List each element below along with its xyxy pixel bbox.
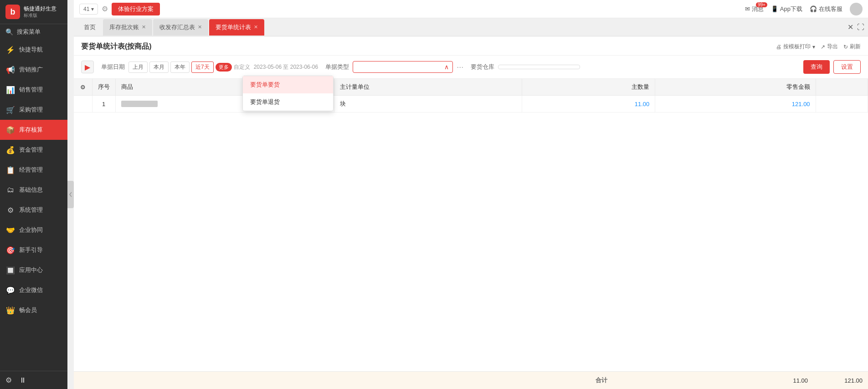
tab-inventory-batch-close[interactable]: ✕ xyxy=(142,24,146,30)
date-btn-7days[interactable]: 近7天 xyxy=(191,61,214,73)
sidebar-collapse-handle[interactable] xyxy=(67,181,74,208)
download-icon: 📱 xyxy=(771,5,778,12)
guide-icon: 🎯 xyxy=(5,245,15,255)
col-no-header: 序号 xyxy=(92,79,115,96)
dropdown-option-order-goods[interactable]: 要货单要货 xyxy=(243,76,333,93)
dropdown-option-order-return[interactable]: 要货单退货 xyxy=(243,93,333,111)
row-unit-cell: 块 xyxy=(334,96,522,113)
marketing-label: 营销推广 xyxy=(19,66,43,74)
col-settings-header[interactable]: ⚙ xyxy=(74,79,92,96)
tab-inventory-batch[interactable]: 库存批次账 ✕ xyxy=(103,19,152,36)
wechat-label: 企业微信 xyxy=(19,286,43,294)
filter-expand-button[interactable]: ▶ xyxy=(81,61,94,73)
app-center-icon: 🔲 xyxy=(5,265,15,275)
marketing-icon: 📢 xyxy=(5,65,15,75)
sidebar-item-finance[interactable]: 💰 资金管理 xyxy=(0,140,67,160)
refresh-button[interactable]: ↻ 刷新 xyxy=(843,43,861,51)
amount-link[interactable]: 121.00 xyxy=(792,101,810,107)
product-name-blurred: ████████ xyxy=(121,101,158,107)
operations-icon: 📋 xyxy=(5,165,15,175)
qty-link[interactable]: 11.00 xyxy=(635,101,650,107)
sidebar-item-member[interactable]: 👑 畅会员 xyxy=(0,300,67,320)
tab-order-stat[interactable]: 要货单统计表 ✕ xyxy=(209,19,264,36)
system-icon: ⚙ xyxy=(5,205,15,215)
search-icon: 🔍 xyxy=(5,28,13,36)
date-btn-prev-month[interactable]: 上月 xyxy=(128,61,148,73)
topbar-dropdown[interactable]: 41 ▾ xyxy=(79,4,98,15)
tab-shipper-summary-close[interactable]: ✕ xyxy=(198,24,202,30)
message-button[interactable]: ✉ 消息 99+ xyxy=(745,5,764,13)
sidebar-item-system[interactable]: ⚙ 系统管理 xyxy=(0,200,67,220)
topbar-right: ✉ 消息 99+ 📱 App下载 🎧 在线客服 xyxy=(745,3,863,15)
online-service-label: 在线客服 xyxy=(819,5,842,13)
tab-home[interactable]: 首页 xyxy=(77,19,102,36)
type-dropdown-popup: 要货单要货 要货单退货 xyxy=(242,76,334,111)
finance-icon: 💰 xyxy=(5,145,15,155)
sidebar-item-app-center[interactable]: 🔲 应用中心 xyxy=(0,260,67,280)
tab-home-label: 首页 xyxy=(84,23,96,31)
tab-order-stat-close[interactable]: ✕ xyxy=(254,24,258,30)
chevron-down-icon: ▾ xyxy=(91,6,94,12)
sidebar-item-guide[interactable]: 🎯 新手引导 xyxy=(0,240,67,260)
operations-label: 经营管理 xyxy=(19,166,43,174)
date-custom-btn[interactable]: 自定义 xyxy=(234,63,250,71)
warehouse-filter-label: 要货仓库 xyxy=(471,63,494,71)
sidebar-item-basic[interactable]: 🗂 基础信息 xyxy=(0,180,67,200)
query-button[interactable]: 查询 xyxy=(803,60,830,74)
date-btn-this-month[interactable]: 本月 xyxy=(149,61,169,73)
member-label: 畅会员 xyxy=(19,306,37,314)
sidebar-item-operations[interactable]: 📋 经营管理 xyxy=(0,160,67,180)
date-range-display: 2023-05-06 至 2023-06-06 xyxy=(254,63,318,71)
message-icon: ✉ xyxy=(745,5,750,12)
sidebar-item-marketing[interactable]: 📢 营销推广 xyxy=(0,60,67,80)
export-button[interactable]: ↗ 导出 xyxy=(821,43,838,51)
user-avatar[interactable] xyxy=(850,3,863,15)
warehouse-select[interactable] xyxy=(498,65,580,69)
sidebar: b 畅捷通好生意 标准版 🔍 搜索菜单 ⚡ 快捷导航 📢 营销推广 📊 销售管理… xyxy=(0,0,67,389)
sidebar-search[interactable]: 🔍 搜索菜单 xyxy=(0,24,67,40)
app-download-button[interactable]: 📱 App下载 xyxy=(771,5,802,13)
app-download-label: App下载 xyxy=(780,5,802,13)
filter-area: ▶ 单据日期 上月 本月 本年 近7天 更多 自定义 2023-05-06 至 … xyxy=(74,56,868,79)
footer-qty: 11.00 xyxy=(771,377,808,384)
app-center-label: 应用中心 xyxy=(19,266,43,274)
tab-shipper-summary[interactable]: 收发存汇总表 ✕ xyxy=(153,19,208,36)
bottom-collapse-icon[interactable]: ⏸ xyxy=(19,376,26,384)
sidebar-logo: b 畅捷通好生意 标准版 xyxy=(0,0,67,24)
quick-nav-icon: ⚡ xyxy=(5,45,15,55)
row-qty-cell: 11.00 xyxy=(522,96,655,113)
sidebar-item-wechat[interactable]: 💬 企业微信 xyxy=(0,280,67,300)
basic-icon: 🗂 xyxy=(5,185,15,195)
sidebar-item-quick-nav[interactable]: ⚡ 快捷导航 xyxy=(0,40,67,60)
logo-text-block: 畅捷通好生意 标准版 xyxy=(24,5,56,19)
sidebar-item-enterprise[interactable]: 🤝 企业协同 xyxy=(0,220,67,240)
sidebar-item-purchase[interactable]: 🛒 采购管理 xyxy=(0,100,67,120)
sidebar-item-inventory[interactable]: 📦 库存核算 xyxy=(0,120,67,140)
bottom-settings-icon[interactable]: ⚙ xyxy=(5,376,12,384)
logo-name: 畅捷通好生意 xyxy=(24,5,56,13)
row-settings-cell xyxy=(74,96,92,113)
sidebar-item-sales[interactable]: 📊 销售管理 xyxy=(0,80,67,100)
enterprise-label: 企业协同 xyxy=(19,226,43,234)
date-btn-this-year[interactable]: 本年 xyxy=(170,61,190,73)
refresh-label: 刷新 xyxy=(850,43,861,51)
export-label: 导出 xyxy=(827,43,838,51)
print-button[interactable]: 🖨 按模板打印 ▾ xyxy=(776,43,815,51)
type-select-dropdown[interactable]: ∧ xyxy=(353,61,453,73)
sales-label: 销售管理 xyxy=(19,86,43,94)
refresh-icon: ↻ xyxy=(843,44,848,50)
date-buttons: 上月 本月 本年 近7天 更多 自定义 xyxy=(128,61,250,73)
inventory-label: 库存核算 xyxy=(19,126,43,134)
type-filter-more-icon[interactable]: ··· xyxy=(457,62,463,72)
enterprise-icon: 🤝 xyxy=(5,225,15,235)
date-btn-more[interactable]: 更多 xyxy=(216,63,232,72)
trial-button[interactable]: 体验行业方案 xyxy=(112,3,160,15)
data-table: ⚙ 序号 商品 主计量单位 主数量 零售金额 1 ████████ 块 xyxy=(74,79,868,113)
sales-icon: 📊 xyxy=(5,85,15,95)
tab-close-all-icon[interactable]: ✕ xyxy=(847,23,853,31)
online-service-button[interactable]: 🎧 在线客服 xyxy=(810,5,842,13)
dropdown-num: 41 xyxy=(83,6,89,12)
tab-expand-icon[interactable]: ⛶ xyxy=(857,23,864,31)
topbar-settings-icon[interactable]: ⚙ xyxy=(102,5,108,13)
settings-button[interactable]: 设置 xyxy=(833,60,861,74)
